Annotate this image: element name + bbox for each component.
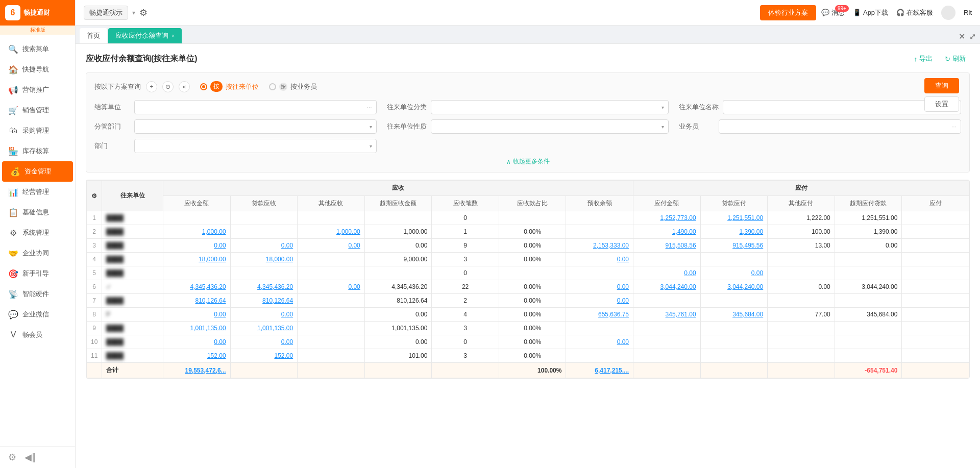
row-prepaid[interactable]: 0.00 — [566, 294, 633, 308]
collapse-scheme-btn[interactable]: « — [179, 81, 190, 92]
company-name[interactable]: 畅捷通演示 — [84, 6, 128, 20]
row-loan-ar[interactable]: 0.00 — [230, 239, 298, 253]
sum-prepaid[interactable]: 6,417,215.... — [566, 363, 633, 378]
sidebar-item-基础信息[interactable]: 📋基础信息 — [0, 202, 75, 223]
sidebar-item-企业协同[interactable]: 🤝企业协同 — [0, 243, 75, 263]
sidebar-item-label: 采购管理 — [22, 126, 49, 135]
row-loan-ar[interactable]: 810,126.64 — [230, 294, 298, 308]
row-ar-amount[interactable]: 1,000.00 — [163, 225, 231, 239]
table-row: 9 ████ 1,001,135.00 1,001,135.00 1,001,1… — [87, 322, 969, 335]
row-prepaid[interactable]: 2,153,333.00 — [566, 239, 633, 253]
row-ar-amount[interactable]: 1,001,135.00 — [163, 322, 231, 335]
sidebar-item-智能硬件[interactable]: 📡智能硬件 — [0, 284, 75, 304]
logo-name: 畅捷通财 — [23, 9, 50, 17]
sidebar-item-库存核算[interactable]: 🏪库存核算 — [0, 141, 75, 161]
row-ar-amount[interactable]: 0.00 — [163, 308, 231, 322]
user-avatar[interactable] — [941, 6, 955, 20]
user-name[interactable]: Rit — [964, 9, 972, 16]
sidebar-item-采购管理[interactable]: 🛍采购管理 — [0, 120, 75, 141]
row-no: 3 — [87, 239, 102, 253]
online-service-btn[interactable]: 🎧 在线客服 — [896, 8, 933, 17]
row-loan-ar[interactable]: 152.00 — [230, 349, 298, 363]
sidebar-item-快捷导航[interactable]: 🏠快捷导航 — [0, 59, 75, 80]
app-download-btn[interactable]: 📱 App下载 — [853, 8, 888, 17]
tab-ar-query[interactable]: 应收应付余额查询 × — [108, 28, 182, 43]
row-ap-amount[interactable]: 1,490.00 — [633, 225, 701, 239]
dept-arrow: ▾ — [370, 143, 372, 149]
partner-category-label: 往来单位分类 — [387, 103, 427, 112]
th-gear[interactable]: ⚙ — [87, 181, 102, 211]
settlement-unit-input[interactable]: ··· — [134, 100, 377, 114]
row-loan-ar[interactable]: 1,001,135.00 — [230, 322, 298, 335]
row-ar-amount[interactable]: 810,126.64 — [163, 294, 231, 308]
row-loan-ap[interactable]: 915,495.56 — [700, 239, 768, 253]
row-ar-amount — [163, 211, 231, 225]
row-other-ar[interactable]: 0.00 — [298, 280, 365, 294]
sidebar-item-新手引导[interactable]: 🎯新手引导 — [0, 263, 75, 284]
sidebar-item-搜索菜单[interactable]: 🔍搜索菜单 — [0, 39, 75, 59]
row-other-ar[interactable]: 1,000.00 — [298, 225, 365, 239]
row-loan-ar[interactable]: 4,345,436.20 — [230, 280, 298, 294]
sum-ar-total[interactable]: 19,553,472,6... — [163, 363, 231, 378]
salesperson-input[interactable]: ··· — [719, 119, 961, 134]
partner-nature-input[interactable]: ▾ — [431, 119, 669, 134]
solution-btn[interactable]: 体验行业方案 — [760, 5, 816, 20]
topbar-gear-icon[interactable]: ⚙ — [139, 7, 148, 18]
sidebar-item-企业微信[interactable]: 💬企业微信 — [0, 304, 75, 325]
row-ar-amount[interactable]: 0.00 — [163, 239, 231, 253]
row-partner: ████ — [102, 239, 163, 253]
row-ap-amount[interactable]: 1,252,773.00 — [633, 211, 701, 225]
partner-category-input[interactable]: ▾ — [431, 100, 669, 114]
settings-icon[interactable]: ⚙ — [8, 452, 16, 463]
export-btn[interactable]: ↑ 导出 — [910, 52, 937, 65]
sidebar-item-销售管理[interactable]: 🛒销售管理 — [0, 100, 75, 120]
sum-c5 — [432, 363, 499, 378]
dept-input[interactable]: ▾ — [134, 139, 377, 153]
table-row: 4 ████ 18,000.00 18,000.00 9,000.00 3 0.… — [87, 253, 969, 266]
dept-managed-input[interactable]: ▾ — [134, 119, 377, 134]
row-prepaid[interactable]: 0.00 — [566, 280, 633, 294]
sidebar-item-畅会员[interactable]: V畅会员 — [0, 325, 75, 345]
row-other-ar[interactable]: 0.00 — [298, 239, 365, 253]
window-expand-icon[interactable]: ⤢ — [969, 32, 976, 41]
row-ap-amount[interactable]: 0.00 — [633, 266, 701, 280]
sidebar-item-系统管理[interactable]: ⚙系统管理 — [0, 223, 75, 243]
sidebar-item-营销推广[interactable]: 📢营销推广 — [0, 80, 75, 100]
config-scheme-btn[interactable]: ⊙ — [162, 81, 174, 92]
notification-btn[interactable]: 💬 消息 99+ — [821, 8, 845, 17]
row-prepaid[interactable]: 0.00 — [566, 253, 633, 266]
company-chevron-icon[interactable]: ▾ — [132, 9, 135, 16]
row-ap-amount[interactable]: 915,508.56 — [633, 239, 701, 253]
row-prepaid[interactable]: 655,636.75 — [566, 308, 633, 322]
row-ar-amount[interactable]: 152.00 — [163, 349, 231, 363]
window-close-icon[interactable]: ✕ — [959, 32, 965, 41]
scheme-salesperson[interactable]: 按 按业务员 — [264, 79, 322, 94]
row-loan-ar[interactable]: 0.00 — [230, 335, 298, 349]
row-ar-amount[interactable]: 0.00 — [163, 335, 231, 349]
row-ap-amount[interactable]: 3,044,240.00 — [633, 280, 701, 294]
row-loan-ar[interactable]: 0.00 — [230, 308, 298, 322]
tab-home[interactable]: 首页 — [80, 28, 107, 43]
tab-close-icon[interactable]: × — [172, 33, 175, 39]
row-loan-ap[interactable]: 3,044,240.00 — [700, 280, 768, 294]
sum-c8 — [633, 363, 701, 378]
query-btn[interactable]: 查询 — [924, 78, 959, 93]
sidebar-item-资金管理[interactable]: 💰资金管理 — [2, 161, 73, 182]
row-loan-ap[interactable]: 345,684.00 — [700, 308, 768, 322]
scheme-partner[interactable]: 按 按往来单位 — [195, 79, 264, 94]
row-ap-amount[interactable]: 345,761.00 — [633, 308, 701, 322]
row-loan-ap[interactable]: 1,390.00 — [700, 225, 768, 239]
row-loan-ap[interactable]: 0.00 — [700, 266, 768, 280]
row-ar-amount[interactable]: 4,345,436.20 — [163, 280, 231, 294]
set-btn[interactable]: 设置 — [924, 96, 959, 112]
collapse-icon[interactable]: ◀‖ — [24, 452, 36, 463]
row-ar-amount[interactable]: 18,000.00 — [163, 253, 231, 266]
add-scheme-btn[interactable]: + — [146, 81, 157, 92]
sidebar-item-经营管理[interactable]: 📊经营管理 — [0, 182, 75, 202]
refresh-btn[interactable]: ↻ 刷新 — [941, 52, 970, 65]
row-other-ar — [298, 308, 365, 322]
collapse-btn[interactable]: ∧ 收起更多条件 — [506, 157, 550, 166]
row-loan-ar[interactable]: 18,000.00 — [230, 253, 298, 266]
row-prepaid[interactable]: 0.00 — [566, 335, 633, 349]
row-loan-ap[interactable]: 1,251,551.00 — [700, 211, 768, 225]
